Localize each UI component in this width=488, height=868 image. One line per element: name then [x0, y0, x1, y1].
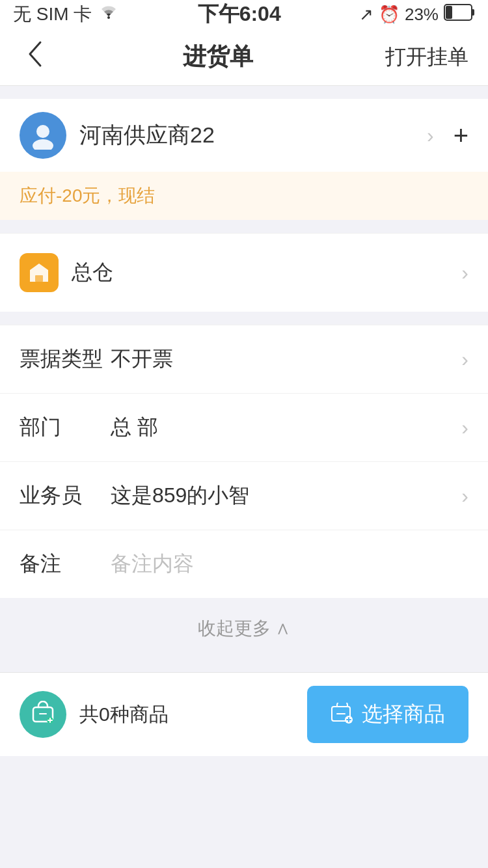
svg-rect-2 — [472, 9, 474, 16]
section-gap-3 — [0, 312, 488, 325]
warehouse-chevron-icon: › — [461, 261, 468, 285]
wifi-icon — [98, 4, 119, 25]
page-body: 河南供应商22 › + 应付-20元，现结 总仓 › 票据类型 不开票 › — [0, 86, 488, 868]
warehouse-label: 总仓 — [72, 258, 461, 287]
department-label: 部门 — [20, 413, 111, 442]
salesperson-chevron-icon: › — [461, 484, 468, 508]
add-supplier-button[interactable]: + — [454, 121, 468, 150]
form-section: 票据类型 不开票 › 部门 总 部 › 业务员 这是859的小智 › 备注 备注… — [0, 325, 488, 598]
select-product-label: 选择商品 — [362, 700, 445, 729]
supplier-avatar — [20, 112, 66, 159]
salesperson-label: 业务员 — [20, 481, 111, 510]
section-gap-4 — [0, 659, 488, 672]
department-value: 总 部 — [111, 413, 461, 442]
supplier-name: 河南供应商22 — [79, 120, 427, 150]
warehouse-row[interactable]: 总仓 › — [0, 233, 488, 312]
invoice-type-label: 票据类型 — [20, 345, 111, 373]
svg-point-4 — [36, 125, 49, 138]
alarm-icon: ⏰ — [379, 5, 400, 25]
back-button[interactable] — [20, 33, 51, 81]
remarks-row[interactable]: 备注 备注内容 — [0, 530, 488, 598]
collapse-label: 收起更多 ∧ — [198, 616, 291, 641]
svg-rect-3 — [446, 6, 452, 19]
supplier-chevron-icon: › — [427, 124, 434, 148]
battery-label: 23% — [405, 5, 439, 25]
nav-bar: 进货单 打开挂单 — [0, 29, 488, 86]
supplier-row[interactable]: 河南供应商22 › + — [0, 99, 488, 172]
battery-icon — [444, 4, 475, 25]
supplier-section: 河南供应商22 › + 应付-20元，现结 — [0, 99, 488, 220]
warehouse-icon — [20, 253, 59, 292]
remarks-placeholder[interactable]: 备注内容 — [111, 550, 468, 578]
notice-bar: 应付-20元，现结 — [0, 172, 488, 220]
remarks-label: 备注 — [20, 550, 111, 578]
cart-icon — [20, 691, 66, 738]
salesperson-value: 这是859的小智 — [111, 481, 461, 510]
product-count-label: 共0种商品 — [79, 701, 307, 728]
notice-text: 应付-20元，现结 — [20, 185, 155, 206]
svg-rect-6 — [35, 275, 43, 282]
bottom-bar: 共0种商品 选择商品 — [0, 672, 488, 756]
section-gap-2 — [0, 220, 488, 233]
section-gap-1 — [0, 86, 488, 99]
collapse-button[interactable]: 收起更多 ∧ — [0, 598, 488, 659]
status-time: 下午6:04 — [198, 0, 281, 29]
select-product-button[interactable]: 选择商品 — [307, 686, 468, 743]
invoice-type-value: 不开票 — [111, 345, 461, 373]
invoice-type-chevron-icon: › — [461, 347, 468, 372]
invoice-type-row[interactable]: 票据类型 不开票 › — [0, 325, 488, 393]
salesperson-row[interactable]: 业务员 这是859的小智 › — [0, 461, 488, 530]
svg-point-5 — [33, 139, 53, 150]
location-icon: ↗ — [359, 5, 373, 25]
page-title: 进货单 — [183, 41, 253, 73]
svg-point-0 — [107, 16, 110, 19]
open-pending-button[interactable]: 打开挂单 — [385, 43, 468, 72]
department-chevron-icon: › — [461, 416, 468, 440]
status-right: ↗ ⏰ 23% — [359, 4, 475, 25]
department-row[interactable]: 部门 总 部 › — [0, 393, 488, 461]
signal-label: 无 SIM 卡 — [13, 2, 92, 27]
status-bar: 无 SIM 卡 下午6:04 ↗ ⏰ 23% — [0, 0, 488, 29]
status-left: 无 SIM 卡 — [13, 2, 119, 27]
